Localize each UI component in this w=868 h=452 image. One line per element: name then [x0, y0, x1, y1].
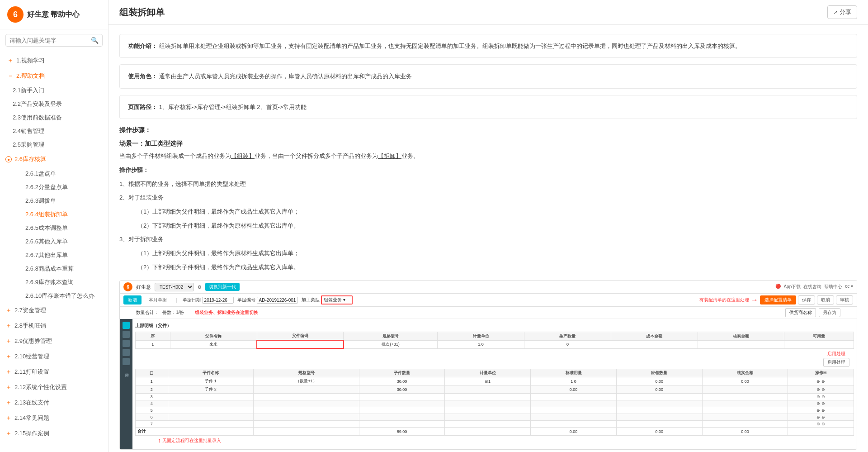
mock-process-btn-area: 启用处理 启用处理 [823, 351, 849, 367]
mock-sidebar-icon-3[interactable] [123, 340, 130, 347]
func-intro-block: 功能介绍： 组装拆卸单用来处理企业组装或拆卸等加工业务，支持有固定装配清单的产品… [119, 34, 857, 58]
sidebar-item-2-6-10[interactable]: 2.6.10库存账本错了怎么办 [25, 289, 108, 303]
arrow-up-icon: ↑ [158, 437, 161, 444]
mock-left-sidebar: 附件 [120, 319, 132, 449]
share-icon: ↗ [833, 9, 838, 15]
sidebar-item-2-6-4[interactable]: 2.6.4组装拆卸单 [25, 208, 108, 221]
mock-nav-links: 🔴 App下载 在线咨询 帮助中心 cc ▾ [775, 284, 853, 290]
role-block: 使用角色： 通常由生产人员或库管人员完成拆装业务的操作，库管人员确认原材料的出库… [119, 64, 857, 88]
search-icon[interactable]: 🔍 [91, 37, 99, 44]
mock-logo: 6 [123, 282, 132, 291]
table-row: 7⊕ ⊖ [136, 421, 854, 428]
sidebar-item-2-10[interactable]: ＋ 2.10经营管理 [5, 349, 108, 364]
sidebar-item-2-6-7[interactable]: 2.6.7其他出库单 [25, 248, 108, 262]
sidebar-item-2-6-1[interactable]: 2.6.1盘点单 [25, 167, 108, 181]
mock-sidebar-icon-5[interactable] [123, 358, 130, 365]
sidebar-item-2-6[interactable]: ● 2.6库存核算 [5, 152, 108, 167]
mock-upper-table: 序 父件名称 父件编码 规格型号 计量单位 生产数量 成本金额 核实金额 可用量 [135, 332, 854, 349]
page-title: 组装拆卸单 [119, 6, 165, 19]
top-bar: 组装拆卸单 ↗ 分享 [108, 0, 868, 25]
scenario1-title: 场景一：加工类型选择 [119, 140, 857, 148]
annotation-a1: 有装配清单的在这里处理 [699, 297, 749, 303]
mock-company-select[interactable]: TEST-H002 [155, 283, 194, 291]
sidebar-item-2-6-9[interactable]: 2.6.9库存账本查询 [25, 276, 108, 289]
table-row: 2 子件 2 30.00 0.00 0.00 ⊕ ⊖ [136, 385, 854, 394]
expand-icon: ＋ [5, 399, 12, 407]
sidebar-item-2-5[interactable]: 2.5采购管理 [13, 138, 108, 152]
search-box[interactable]: 🔍 [5, 34, 103, 47]
sidebar-item-2-13[interactable]: ＋ 2.13在线支付 [5, 395, 108, 410]
mock-brand: 好生意 [136, 284, 151, 290]
table-footer-row: 合计 89.00 0.00 0.00 0.00 [136, 428, 854, 436]
sidebar-item-2-6-5[interactable]: 2.6.5成本调整单 [25, 221, 108, 235]
sidebar-item-2-7[interactable]: ＋ 2.7资金管理 [5, 303, 108, 318]
func-intro-text: 组装拆卸单用来处理企业组装或拆卸等加工业务，支持有固定装配清单的产品加工业务，也… [159, 43, 741, 49]
sidebar-item-2-3[interactable]: 2.3使用前数据准备 [13, 111, 108, 124]
sidebar-item-2-9[interactable]: ＋ 2.9优惠券管理 [5, 333, 108, 349]
mock-switch-btn[interactable]: 切换到新一代 [205, 283, 240, 291]
sidebar-item-2-2[interactable]: 2.2产品安装及登录 [13, 97, 108, 111]
mock-type-input[interactable]: 组装业务 ▾ [321, 295, 353, 305]
mock-content: 上部明细（父件） 序 父件名称 父件编码 规格型号 计量单位 生产数量 [132, 319, 857, 449]
mock-process-area: 启用处理 启用处理 [135, 351, 854, 367]
sidebar-item-2-6-3[interactable]: 2.6.3调拨单 [25, 194, 108, 208]
logo-area: 6 好生意 帮助中心 [0, 0, 108, 29]
mock-tab-new[interactable]: 新增 [123, 295, 142, 305]
sidebar-item-2-14[interactable]: ＋ 2.14常见问题 [5, 410, 108, 426]
mock-cancel-btn[interactable]: 取消 [817, 295, 834, 305]
mock-topbar: 6 好生意 TEST-H002 ⚙ 切换到新一代 🔴 App下载 在线咨询 帮助… [120, 281, 857, 294]
mock-review-btn[interactable]: 审核 [836, 295, 853, 305]
expand-icon: ＋ [5, 352, 12, 361]
mock-select-supplier-btn[interactable]: 另存为 [819, 308, 840, 317]
sidebar-item-2-6-6[interactable]: 2.6.6其他入库单 [25, 235, 108, 248]
table-row: 3⊕ ⊖ [136, 394, 854, 400]
sidebar-item-video[interactable]: ＋ 1.视频学习 [0, 53, 108, 68]
sidebar-item-2-11[interactable]: ＋ 2.11打印设置 [5, 364, 108, 380]
mock-save-btn[interactable]: 保存 [798, 295, 815, 305]
search-input[interactable] [9, 37, 91, 44]
sidebar-item-help-docs[interactable]: － 2.帮助文档 [0, 68, 108, 84]
mock-supplier-area: 供货商名称 另存为 [785, 308, 840, 317]
mock-sidebar-icon-4[interactable] [123, 349, 130, 356]
sidebar-item-2-15[interactable]: ＋ 2.15操作案例 [5, 426, 108, 441]
mock-id-input[interactable]: AD-20191226-001 [257, 297, 298, 304]
mock-sync-icon: ⚙ [198, 285, 202, 290]
step3-1: （1）上部明细为父件明细，最终作为原材料生成其它出库单； [119, 248, 857, 259]
sidebar-item-label: 2.帮助文档 [16, 72, 45, 80]
mock-sidebar-icon-1[interactable] [123, 322, 130, 329]
scenario1-desc: 当由多个子件材料组装成一个成品的业务为【组装】业务，当由一个父件拆分成多个子产品… [119, 151, 857, 162]
content-area: 功能介绍： 组装拆卸单用来处理企业组装或拆卸等加工业务，支持有固定装配清单的产品… [108, 25, 868, 452]
expand-icon: ＋ [5, 429, 12, 438]
step3: 3、对于拆卸业务 [119, 234, 857, 245]
sidebar-item-2-12[interactable]: ＋ 2.12系统个性化设置 [5, 380, 108, 395]
active-circle-icon: ● [5, 156, 12, 162]
mock-supplier-input[interactable]: 供货商名称 [785, 308, 816, 317]
mock-tab-list[interactable]: 本月单据 [145, 295, 170, 305]
mock-process-btn[interactable]: 启用处理 [823, 358, 849, 367]
table-row: 6⊕ ⊖ [136, 414, 854, 421]
mock-date-input[interactable]: 2019-12-26 [202, 297, 234, 304]
ops-steps-label: 操作步骤： [119, 165, 857, 176]
sidebar-item-2-6-8[interactable]: 2.6.8商品成本重算 [25, 262, 108, 276]
mock-highlighted-cell[interactable] [257, 340, 344, 348]
expand-icon: ＋ [5, 337, 12, 345]
annotation-a4: 无固定流程可在这里批量录入 [162, 438, 221, 444]
table-row: 5⊕ ⊖ [136, 407, 854, 414]
expand-icon: ＋ [7, 57, 14, 65]
mock-select-bom-btn[interactable]: 选择配置清单 [760, 295, 796, 305]
collapse-icon: － [7, 72, 14, 80]
sidebar-item-2-8[interactable]: ＋ 2.8手机旺铺 [5, 318, 108, 333]
step2: 2、对于组装业务 [119, 192, 857, 204]
expand-icon: ＋ [5, 414, 12, 422]
mock-body: 附件 上部明细（父件） 序 父件名称 父件编码 [120, 319, 857, 449]
share-button[interactable]: ↗ 分享 [827, 5, 857, 19]
mock-sidebar-icon-2[interactable] [123, 331, 130, 338]
sidebar-item-2-4[interactable]: 2.4销售管理 [13, 124, 108, 138]
role-label: 使用角色： [128, 73, 157, 80]
step1: 1、根据不同的业务，选择不同单据的类型来处理 [119, 179, 857, 190]
mock-action-area: 有装配清单的在这里处理 → 选择配置清单 保存 取消 审核 [699, 295, 853, 305]
divider: | [176, 298, 177, 303]
sidebar-item-2-6-2[interactable]: 2.6.2分量盘点单 [25, 181, 108, 194]
table-row: 1 来米 批次(+31) 1.0 0 [136, 340, 854, 348]
sidebar-item-2-1[interactable]: 2.1新手入门 [13, 84, 108, 97]
